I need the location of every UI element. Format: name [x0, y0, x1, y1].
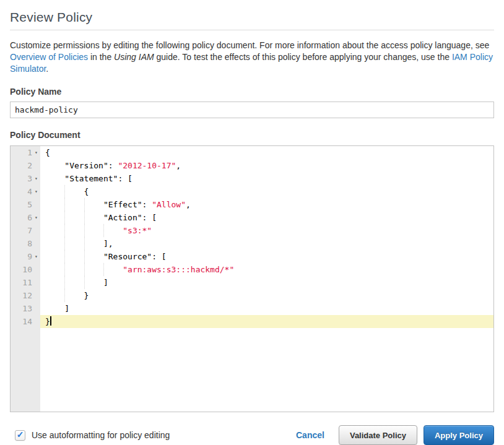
footer-bar: ✓ Use autoformatting for policy editing …: [10, 425, 494, 445]
code-text[interactable]: "Statement": [: [40, 172, 493, 185]
intro-text-1: Customize permissions by editing the fol…: [10, 40, 489, 50]
using-iam-guide-name: Using IAM: [114, 52, 154, 62]
code-line-1: 1▾{: [11, 146, 493, 159]
code-text[interactable]: "Action": [: [40, 211, 493, 224]
code-string-token: "2012-10-17": [118, 161, 176, 170]
line-number: 11: [11, 276, 32, 289]
line-number-cell: 8: [11, 237, 40, 250]
fold-caret-placeholder: [32, 263, 40, 276]
line-number: 1: [11, 146, 32, 159]
policy-name-input[interactable]: [10, 102, 494, 118]
code-text[interactable]: "arn:aws:s3:::hackmd/*": [40, 263, 493, 276]
indent-guide: [84, 211, 85, 224]
code-text[interactable]: {: [40, 185, 493, 198]
line-number: 4: [11, 185, 32, 198]
code-text[interactable]: {: [40, 146, 493, 159]
indent-guide: [64, 185, 65, 198]
indent-guide: [64, 263, 65, 276]
code-text[interactable]: ]: [40, 302, 493, 315]
code-text[interactable]: }: [40, 289, 493, 302]
title-divider: [10, 30, 494, 30]
code-line-9: 9▾ "Resource": [: [11, 250, 493, 263]
code-string-token: "s3:*": [123, 226, 152, 235]
code-line-14: 14}: [11, 315, 493, 328]
review-policy-page: Review Policy Customize permissions by e…: [0, 10, 504, 445]
code-text[interactable]: ],: [40, 237, 493, 250]
fold-caret-icon[interactable]: ▾: [32, 211, 40, 224]
fold-caret-icon[interactable]: ▾: [32, 185, 40, 198]
code-text[interactable]: ]: [40, 276, 493, 289]
line-number: 14: [11, 315, 32, 328]
fold-caret-icon[interactable]: ▾: [32, 146, 40, 159]
cancel-link[interactable]: Cancel: [296, 430, 324, 440]
code-line-2: 2 "Version": "2012-10-17",: [11, 159, 493, 172]
line-number-cell: 10: [11, 263, 40, 276]
checkmark-icon: ✓: [17, 430, 24, 439]
code-text[interactable]: "Version": "2012-10-17",: [40, 159, 493, 172]
overview-of-policies-link[interactable]: Overview of Policies: [10, 52, 88, 62]
fold-caret-icon[interactable]: ▾: [32, 250, 40, 263]
fold-caret-icon[interactable]: ▾: [32, 172, 40, 185]
line-number: 13: [11, 302, 32, 315]
code-line-10: 10 "arn:aws:s3:::hackmd/*": [11, 263, 493, 276]
line-number: 7: [11, 224, 32, 237]
code-plain-token: "Statement": [: [45, 174, 133, 183]
code-plain-token: }: [45, 291, 89, 300]
line-number-cell: 6▾: [11, 211, 40, 224]
intro-paragraph: Customize permissions by editing the fol…: [10, 40, 494, 75]
code-plain-token: "Version":: [45, 161, 118, 170]
code-text[interactable]: }: [40, 315, 493, 328]
code-plain-token: }: [45, 317, 50, 326]
code-string-token: "arn:aws:s3:::hackmd/*": [123, 265, 234, 274]
code-line-12: 12 }: [11, 289, 493, 302]
code-line-5: 5 "Effect": "Allow",: [11, 198, 493, 211]
indent-guide: [103, 263, 104, 276]
indent-guide: [64, 289, 65, 302]
code-plain-token: ,: [186, 200, 191, 209]
code-text[interactable]: "Effect": "Allow",: [40, 198, 493, 211]
code-line-13: 13 ]: [11, 302, 493, 315]
code-plain-token: {: [45, 148, 50, 157]
intro-text-2: in the: [88, 52, 114, 62]
page-title: Review Policy: [10, 10, 494, 25]
indent-guide: [64, 276, 65, 289]
indent-guide: [84, 250, 85, 263]
code-line-7: 7 "s3:*": [11, 224, 493, 237]
line-number: 2: [11, 159, 32, 172]
code-plain-token: "Effect":: [45, 200, 152, 209]
code-line-4: 4▾ {: [11, 185, 493, 198]
line-number: 6: [11, 211, 32, 224]
fold-caret-placeholder: [32, 198, 40, 211]
apply-policy-button[interactable]: Apply Policy: [424, 425, 494, 445]
code-text[interactable]: "s3:*": [40, 224, 493, 237]
autoformat-label: Use autoformatting for policy editing: [32, 430, 170, 440]
autoformat-option: ✓ Use autoformatting for policy editing: [15, 430, 170, 441]
fold-caret-placeholder: [32, 302, 40, 315]
fold-caret-placeholder: [32, 224, 40, 237]
indent-guide: [84, 263, 85, 276]
indent-guide: [64, 211, 65, 224]
fold-caret-placeholder: [32, 159, 40, 172]
code-plain-token: ,: [176, 161, 181, 170]
line-number-cell: 14: [11, 315, 40, 328]
code-text[interactable]: "Resource": [: [40, 250, 493, 263]
policy-document-editor[interactable]: 1▾{2 "Version": "2012-10-17",3▾ "Stateme…: [10, 145, 494, 412]
line-number-cell: 9▾: [11, 250, 40, 263]
line-number: 9: [11, 250, 32, 263]
code-string-token: "Allow": [152, 200, 186, 209]
validate-policy-button[interactable]: Validate Policy: [339, 425, 417, 445]
indent-guide: [64, 250, 65, 263]
fold-caret-placeholder: [32, 315, 40, 328]
autoformat-checkbox[interactable]: ✓: [15, 430, 25, 441]
policy-name-label: Policy Name: [10, 87, 494, 97]
indent-guide: [84, 237, 85, 250]
line-number: 5: [11, 198, 32, 211]
intro-text-3: guide. To test the effects of this polic…: [154, 52, 452, 62]
line-number: 3: [11, 172, 32, 185]
line-number-cell: 2: [11, 159, 40, 172]
line-number-cell: 13: [11, 302, 40, 315]
line-number: 10: [11, 263, 32, 276]
code-plain-token: "Resource": [: [45, 252, 167, 261]
code-line-3: 3▾ "Statement": [: [11, 172, 493, 185]
policy-document-label: Policy Document: [10, 130, 494, 140]
